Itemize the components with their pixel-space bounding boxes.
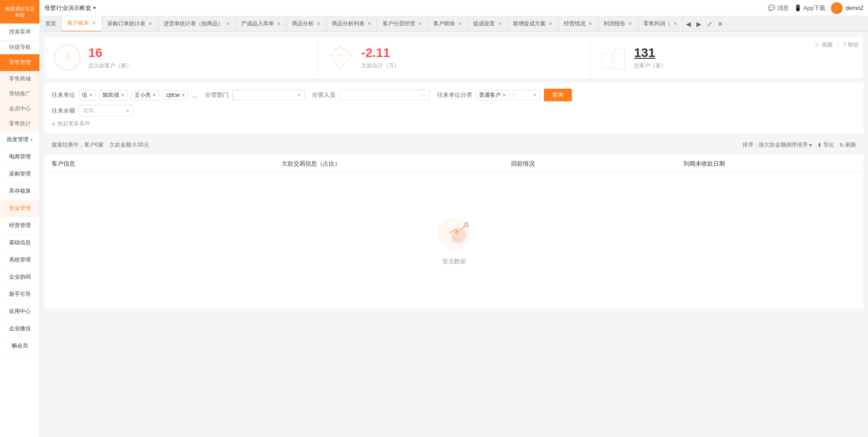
stat-label-total: 总客户（家）: [634, 62, 667, 70]
tab-profit[interactable]: 利润报告 ✕: [598, 16, 638, 32]
filter-tag-close-1[interactable]: ✕: [120, 92, 125, 98]
export-button[interactable]: ⬆ 导出: [817, 141, 834, 149]
unit-class-label: 往来单位分类: [437, 91, 472, 99]
tab-business[interactable]: 经营情况 ✕: [558, 16, 598, 32]
stat-card-debt: -2.11 欠款合计（万）: [318, 37, 591, 78]
sidebar-item-wechat[interactable]: 企业微信: [0, 320, 39, 337]
balance-select[interactable]: 选择... ▾: [79, 105, 133, 116]
tab-product-analysis[interactable]: 商品分析 ✕: [287, 16, 326, 32]
filter-tag-close-2[interactable]: ✕: [152, 92, 156, 98]
sidebar-sub-member-center[interactable]: 会员中心: [0, 101, 39, 116]
tab-product-inbound[interactable]: 产成品入库单 ✕: [236, 16, 287, 32]
filter-tag-unit-0[interactable]: 伍 ✕: [79, 90, 96, 100]
sidebar-item-app-center[interactable]: 应用中心: [0, 303, 39, 320]
unit-label: 往来单位: [52, 91, 75, 99]
app-download-button[interactable]: 📱 App下载: [794, 4, 825, 12]
query-button[interactable]: 查询: [544, 89, 572, 101]
tab-incoming-stats[interactable]: 进货单统计表（按商品） ✕: [158, 16, 236, 32]
tab-bar: 首页 客户账本 ✕ 采购订单统计表 ✕ 进货单统计表（按商品） ✕ 产成品入库单…: [40, 16, 868, 32]
person-select[interactable]: ···: [339, 90, 430, 100]
filter-tag-close-0[interactable]: ✕: [89, 92, 93, 98]
refresh-button[interactable]: ↻ 刷新: [839, 141, 856, 149]
tab-promotion-settings[interactable]: 提成设置 ✕: [468, 16, 508, 32]
table-body: 暂无数据: [44, 173, 863, 309]
tab-close-icon-5[interactable]: ✕: [317, 21, 321, 27]
tab-close-icon-10[interactable]: ✕: [548, 21, 552, 27]
stats-row: ¥ 16 总欠款客户（家）: [44, 36, 863, 79]
tab-close-icon-12[interactable]: ✕: [628, 21, 632, 27]
sidebar-item-wholesale[interactable]: 批发管理 ▾: [0, 131, 39, 148]
tab-close-icon-13[interactable]: ✕: [673, 21, 677, 27]
tab-home[interactable]: 首页: [40, 16, 62, 32]
filter-row-2: 往来余额 选择... ▾: [52, 105, 856, 116]
sidebar-item-guide[interactable]: 新手引导: [0, 286, 39, 303]
filter-tag-class-close[interactable]: ✕: [502, 92, 506, 98]
content: ¥ 16 总欠款客户（家）: [40, 32, 868, 437]
sidebar-quick-nav[interactable]: 快捷导航: [0, 41, 39, 54]
tab-close-icon-4[interactable]: ✕: [277, 21, 281, 27]
tab-product-analysis-list[interactable]: 商品分析列表 ✕: [326, 16, 377, 32]
filter-tag-unit-2[interactable]: 王小亮 ✕: [131, 90, 159, 100]
tab-scroll-left[interactable]: ◀: [683, 16, 694, 32]
sidebar-sub-retail-mall[interactable]: 零售商城: [0, 71, 39, 86]
tab-close-icon-11[interactable]: ✕: [588, 21, 592, 27]
tab-customer-segment[interactable]: 客户分层经营 ✕: [377, 16, 428, 32]
col-repayment: 回款情况: [511, 160, 684, 168]
sidebar-item-retail-management[interactable]: 零售管理: [0, 54, 39, 71]
sort-select[interactable]: 排序：按欠款金额倒序排序 ▾: [743, 141, 812, 149]
tab-close-icon-3[interactable]: ✕: [226, 21, 230, 27]
sidebar-item-capital[interactable]: 资金管理: [0, 200, 39, 217]
user-profile[interactable]: D demo2: [831, 2, 863, 14]
sidebar-item-system[interactable]: 系统管理: [0, 252, 39, 269]
refresh-icon: ↻: [839, 142, 844, 148]
filter-tag-unit-1[interactable]: 陈民强 ✕: [100, 90, 128, 100]
dept-arrow-icon: ▾: [298, 92, 301, 98]
sidebar-sub-marketing[interactable]: 营销推广: [0, 86, 39, 101]
filter-tag-unit-3[interactable]: cjttcw ✕: [163, 90, 188, 100]
stat-number-customers: 16: [88, 46, 132, 60]
tab-customer-account[interactable]: 客户账本 ✕: [62, 16, 102, 32]
svg-point-14: [451, 238, 464, 243]
sidebar-item-basic-info[interactable]: 基础信息: [0, 234, 39, 252]
col-debt-info: 欠款交易信息（占比）: [282, 160, 512, 168]
tab-purchase-order[interactable]: 采购订单统计表 ✕: [102, 16, 158, 32]
tab-retail-profit[interactable]: 零售利润（ ✕: [638, 16, 683, 32]
filter-more-btn[interactable]: ...: [192, 91, 198, 99]
tab-expand-icon[interactable]: ⤢: [704, 16, 715, 32]
message-button[interactable]: 💬 消息: [768, 4, 789, 12]
tab-close-icon-2[interactable]: ✕: [148, 21, 152, 27]
tab-close-icon-8[interactable]: ✕: [458, 21, 462, 27]
filter-tag-class[interactable]: 普通客户 ✕: [476, 90, 509, 100]
person-more-icon: ···: [421, 91, 426, 99]
top-bar-left: 母婴行业演示帐套 ▾: [44, 4, 96, 12]
stat-label-customers: 总欠款客户（家）: [88, 62, 132, 70]
filter-tag-close-3[interactable]: ✕: [181, 92, 185, 98]
empty-illustration: [436, 216, 472, 252]
sidebar-item-operations[interactable]: 经营管理: [0, 217, 39, 234]
sidebar-item-inventory[interactable]: 库存核算: [0, 183, 39, 200]
sidebar-search[interactable]: 搜索菜单: [0, 24, 39, 41]
stat-number-debt: -2.11: [361, 46, 399, 60]
tab-close-icon-6[interactable]: ✕: [367, 21, 371, 27]
tab-scroll-right[interactable]: ▶: [694, 16, 704, 32]
sidebar-item-vip[interactable]: 畅会员: [0, 337, 39, 355]
sidebar-item-ecommerce[interactable]: 电商管理: [0, 148, 39, 166]
result-bar-right: 排序：按欠款金额倒序排序 ▾ ⬆ 导出 ↻ 刷新: [743, 141, 856, 149]
tab-new-promotion[interactable]: 新增提成方案 ✕: [508, 16, 558, 32]
help-link[interactable]: ? 帮助: [843, 41, 858, 49]
sidebar-sub-retail-stats[interactable]: 零售统计: [0, 116, 39, 131]
collapse-button[interactable]: ∧ 收起更多条件: [52, 120, 856, 128]
unit-class-select[interactable]: ▾: [513, 90, 540, 100]
tab-customer-contact[interactable]: 客户联络 ✕: [428, 16, 468, 32]
sidebar-item-purchase[interactable]: 采购管理: [0, 166, 39, 183]
svg-marker-2: [329, 46, 352, 69]
tab-close-icon[interactable]: ✕: [92, 20, 96, 26]
collapse-row: ∧ 收起更多条件: [52, 120, 856, 128]
tab-close-icon-7[interactable]: ✕: [418, 21, 422, 27]
dept-select[interactable]: ▾: [232, 90, 305, 100]
tab-close-icon-9[interactable]: ✕: [498, 21, 502, 27]
sidebar-item-enterprise[interactable]: 企业协同: [0, 269, 39, 286]
tab-close-all-icon[interactable]: ✕: [715, 16, 726, 32]
video-link[interactable]: ▷ 视频: [815, 41, 833, 49]
industry-selector[interactable]: 母婴行业演示帐套 ▾: [44, 4, 96, 12]
